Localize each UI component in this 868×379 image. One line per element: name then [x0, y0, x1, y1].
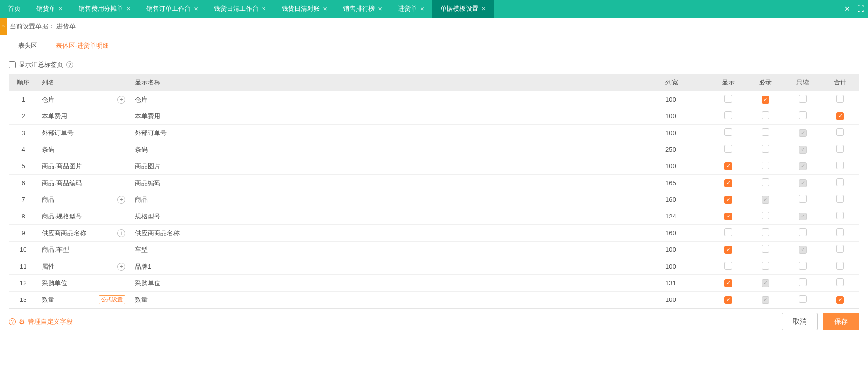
close-icon[interactable]: ✕ [262, 6, 266, 12]
close-icon[interactable]: ✕ [378, 6, 382, 12]
top-tab[interactable]: 钱货日清对账✕ [274, 0, 335, 18]
checkbox-total[interactable] [836, 178, 844, 186]
close-all-tabs-icon[interactable]: ✕ [844, 5, 850, 13]
checkbox-required[interactable] [762, 262, 769, 270]
checkbox-total[interactable] [836, 128, 844, 136]
cell-width[interactable]: 131 [660, 275, 710, 292]
checkbox-show[interactable] [724, 179, 732, 187]
cell-width[interactable]: 100 [660, 108, 710, 125]
cell-width[interactable]: 100 [660, 292, 710, 308]
cell-width[interactable]: 100 [660, 242, 710, 258]
checkbox-readonly[interactable] [799, 295, 807, 303]
cell-width[interactable]: 100 [660, 258, 710, 275]
checkbox-show[interactable] [724, 145, 732, 153]
cell-display-name[interactable]: 包装数量 [130, 308, 660, 309]
checkbox-show[interactable] [724, 213, 732, 220]
checkbox-show[interactable] [724, 296, 732, 304]
checkbox-required[interactable] [762, 245, 769, 253]
cell-display-name[interactable]: 品牌1 [130, 258, 660, 275]
cell-display-name[interactable]: 条码 [130, 141, 660, 158]
checkbox-total[interactable] [836, 278, 844, 286]
cell-display-name[interactable]: 外部订单号 [130, 125, 660, 141]
save-button[interactable]: 保存 [823, 313, 859, 330]
checkbox-show[interactable] [724, 279, 732, 287]
cell-display-name[interactable]: 规格型号 [130, 208, 660, 225]
checkbox-show[interactable] [724, 95, 732, 103]
close-icon[interactable]: ✕ [194, 6, 198, 12]
fullscreen-icon[interactable]: ⛶ [857, 5, 864, 13]
top-tab[interactable]: 销货单✕ [28, 0, 71, 18]
chevron-right-icon[interactable]: » [0, 18, 7, 35]
cell-width[interactable]: 124 [660, 208, 710, 225]
cell-width[interactable]: 165 [660, 175, 710, 191]
config-tab[interactable]: 表体区-进货单明细 [47, 36, 118, 55]
config-tab[interactable]: 表头区 [9, 36, 47, 55]
checkbox-total[interactable] [836, 296, 844, 304]
cell-display-name[interactable]: 供应商商品名称 [130, 225, 660, 242]
top-tab[interactable]: 单据模板设置✕ [432, 0, 494, 18]
checkbox-show[interactable] [724, 162, 732, 170]
help-icon[interactable]: ? [66, 61, 73, 68]
top-tab[interactable]: 钱货日清工作台✕ [206, 0, 274, 18]
show-summary-tab-checkbox[interactable] [9, 61, 16, 68]
top-tab[interactable]: 销售订单工作台✕ [138, 0, 206, 18]
cell-width[interactable]: 250 [660, 141, 710, 158]
checkbox-show[interactable] [724, 128, 732, 136]
checkbox-readonly[interactable] [799, 95, 807, 103]
cell-width[interactable]: 100 [660, 125, 710, 141]
checkbox-required[interactable] [762, 212, 769, 219]
top-tab[interactable]: 销售费用分摊单✕ [71, 0, 138, 18]
help-icon[interactable]: ? [9, 318, 16, 325]
cell-width[interactable]: 100 [660, 158, 710, 175]
close-icon[interactable]: ✕ [481, 6, 486, 12]
checkbox-total[interactable] [836, 245, 844, 253]
close-icon[interactable]: ✕ [420, 6, 424, 12]
cell-display-name[interactable]: 数量 [130, 292, 660, 308]
checkbox-total[interactable] [836, 228, 844, 236]
top-tab[interactable]: 进货单✕ [390, 0, 432, 18]
manage-custom-fields-link[interactable]: 管理自定义字段 [28, 317, 73, 326]
plus-icon[interactable]: + [117, 96, 125, 104]
cell-display-name[interactable]: 仓库 [130, 91, 660, 108]
checkbox-required[interactable] [762, 128, 769, 136]
checkbox-readonly[interactable] [799, 262, 807, 270]
cell-display-name[interactable]: 商品 [130, 191, 660, 208]
checkbox-required[interactable] [762, 111, 769, 119]
plus-icon[interactable]: + [117, 196, 125, 204]
cancel-button[interactable]: 取消 [782, 313, 818, 330]
close-icon[interactable]: ✕ [58, 6, 63, 12]
cell-display-name[interactable]: 商品图片 [130, 158, 660, 175]
checkbox-required[interactable] [762, 178, 769, 186]
close-icon[interactable]: ✕ [126, 6, 131, 12]
cell-width[interactable]: 160 [660, 191, 710, 208]
checkbox-required[interactable] [762, 162, 769, 169]
checkbox-required[interactable] [762, 228, 769, 236]
checkbox-show[interactable] [724, 246, 732, 254]
checkbox-show[interactable] [724, 196, 732, 204]
checkbox-show[interactable] [724, 111, 732, 119]
checkbox-readonly[interactable] [799, 111, 807, 119]
cell-display-name[interactable]: 车型 [130, 242, 660, 258]
checkbox-total[interactable] [836, 195, 844, 203]
checkbox-show[interactable] [724, 262, 732, 270]
checkbox-required[interactable] [762, 145, 769, 153]
checkbox-total[interactable] [836, 212, 844, 219]
checkbox-total[interactable] [836, 95, 844, 103]
plus-icon[interactable]: + [117, 263, 125, 271]
checkbox-readonly[interactable] [799, 195, 807, 203]
top-tab[interactable]: 首页 [0, 0, 28, 18]
top-tab[interactable]: 销售排行榜✕ [335, 0, 390, 18]
checkbox-show[interactable] [724, 228, 732, 236]
checkbox-readonly[interactable] [799, 278, 807, 286]
checkbox-total[interactable] [836, 262, 844, 270]
cell-display-name[interactable]: 商品编码 [130, 175, 660, 191]
checkbox-total[interactable] [836, 162, 844, 169]
cell-width[interactable]: 100 [660, 308, 710, 309]
formula-settings-tag[interactable]: 公式设置 [99, 295, 125, 304]
checkbox-total[interactable] [836, 112, 844, 120]
checkbox-required[interactable] [762, 96, 769, 104]
cell-display-name[interactable]: 本单费用 [130, 108, 660, 125]
close-icon[interactable]: ✕ [323, 6, 327, 12]
cell-display-name[interactable]: 采购单位 [130, 275, 660, 292]
cell-width[interactable]: 160 [660, 225, 710, 242]
